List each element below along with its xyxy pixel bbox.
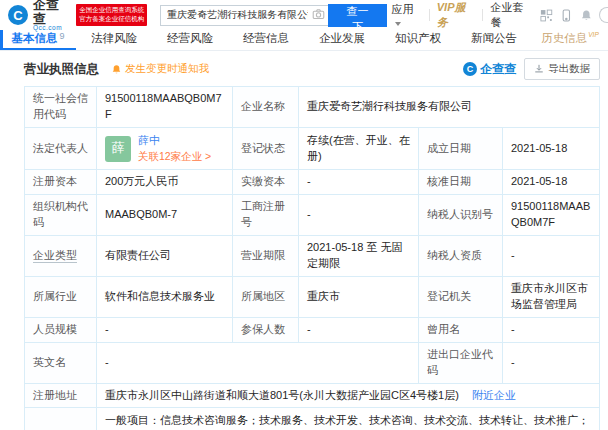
insured-count-value: - (299, 317, 419, 342)
registered-address-cell: 重庆市永川区中山路街道和顺大道801号(永川大数据产业园C区4号楼1层) 附近企… (97, 383, 600, 408)
active-tab-edge-marker (0, 30, 3, 49)
english-name-value: - (97, 342, 419, 383)
taxpayer-id-label: 纳税人识别号 (419, 195, 503, 236)
legal-rep-name-link[interactable]: 薛中 (138, 134, 160, 146)
taxpayer-quality-label: 纳税人资质 (419, 235, 503, 276)
download-icon (534, 64, 544, 74)
industry-label: 所属行业 (25, 276, 97, 317)
import-export-code-label: 进出口企业代码 (419, 342, 503, 383)
tab-label: 新闻公告 (471, 31, 517, 46)
tab-operation-info[interactable]: 经营信息 (228, 30, 304, 50)
business-reg-no-value: - (299, 195, 419, 236)
apps-menu[interactable]: 应用 (392, 2, 422, 29)
registration-authority-label: 登记机关 (419, 276, 503, 317)
tab-news[interactable]: 新闻公告 (456, 30, 532, 50)
staff-size-value: - (97, 317, 233, 342)
tab-operation-risk[interactable]: 经营风险 (152, 30, 228, 50)
related-companies-link[interactable]: 关联12家企业 > (138, 150, 211, 162)
tab-label: 历史信息 (541, 31, 587, 46)
table-row: 英文名 - 进出口企业代码 - (25, 342, 600, 383)
business-reg-no-label: 工商注册号 (233, 195, 299, 236)
qcc-mini-logo-icon: C (463, 62, 477, 76)
registered-capital-value: 200万元人民币 (97, 170, 233, 195)
region-label: 所属地区 (233, 276, 299, 317)
qr-code-icon[interactable] (540, 9, 553, 22)
table-row: 企业类型 有限责任公司 营业期限 2021-05-18 至 无固定期限 纳税人资… (25, 235, 600, 276)
nearby-companies-link[interactable]: 附近企业 (472, 389, 516, 401)
registration-status-label: 登记状态 (233, 127, 299, 169)
section-title: 营业执照信息 (24, 61, 99, 78)
table-row: 注册资本 200万元人民币 实缴资本 - 核准日期 2021-05-18 (25, 170, 600, 195)
taxpayer-id-value: 91500118MAABQB0M7F (503, 195, 600, 236)
table-row: 所属行业 软件和信息技术服务业 所属地区 重庆市 登记机关 重庆市永川区市场监督… (25, 276, 600, 317)
approval-date-value: 2021-05-18 (503, 170, 600, 195)
chevron-down-icon (395, 22, 401, 26)
taxpayer-quality-value: - (503, 235, 600, 276)
tab-basic-info[interactable]: 基本信息 9 (0, 30, 76, 50)
export-data-button[interactable]: 导出数据 (524, 58, 600, 80)
tab-label: 经营风险 (167, 31, 213, 46)
paid-capital-label: 实缴资本 (233, 170, 299, 195)
registration-status-value: 存续(在营、开业、在册) (299, 127, 419, 169)
divider (429, 9, 430, 21)
former-name-label: 曾用名 (419, 317, 503, 342)
tab-company-development[interactable]: 企业发展 (304, 30, 380, 50)
official-badge: 全国企业信用查询系统 官方备案企业征信机构 (76, 4, 147, 26)
table-row: 统一社会信用代码 91500118MAABQB0M7F 企业名称 重庆爱奇艺潮行… (25, 87, 600, 128)
official-badge-line2: 官方备案企业征信机构 (79, 15, 144, 24)
establish-date-label: 成立日期 (419, 127, 503, 169)
business-scope-label: 经营范围 (25, 408, 97, 430)
enterprise-package-link[interactable]: 企业套餐 (490, 0, 533, 30)
registration-authority-value: 重庆市永川区市场监督管理局 (503, 276, 600, 317)
brand-name: 企查查 (33, 0, 71, 25)
registered-address-label: 注册地址 (25, 383, 97, 408)
mobile-icon[interactable] (560, 9, 573, 22)
table-row: 注册地址 重庆市永川区中山路街道和顺大道801号(永川大数据产业园C区4号楼1层… (25, 383, 600, 408)
company-type-label: 企业类型 (25, 235, 97, 276)
search-bar: 查一下 (160, 4, 386, 27)
change-notify-link[interactable]: 发生变更时通知我 (111, 62, 209, 76)
tab-intellectual-property[interactable]: 知识产权 (380, 30, 456, 50)
vip-badge: VIP (588, 31, 598, 38)
tab-legal-risk[interactable]: 法律风险 (76, 30, 152, 50)
tab-history-info[interactable]: 历史信息 VIP (532, 30, 608, 50)
search-button[interactable]: 查一下 (328, 4, 386, 27)
qcc-watermark: C 企查查 (463, 61, 516, 78)
tab-count-badge: 9 (59, 31, 64, 41)
company-name-value: 重庆爱奇艺潮行科技服务有限公司 (299, 87, 600, 128)
notify-label: 发生变更时通知我 (125, 62, 209, 76)
tab-label: 法律风险 (91, 31, 137, 46)
company-name-label: 企业名称 (233, 87, 299, 128)
table-row: 人员规模 - 参保人数 - 曾用名 - (25, 317, 600, 342)
registered-capital-label: 注册资本 (25, 170, 97, 195)
tab-label: 企业发展 (319, 31, 365, 46)
top-header-bar: C 企查查 Qcc.com 全国企业信用查询系统 官方备案企业征信机构 查一下 … (0, 0, 608, 30)
camera-icon[interactable] (312, 8, 325, 21)
table-row: 组织机构代码 MAABQB0M-7 工商注册号 - 纳税人识别号 9150011… (25, 195, 600, 236)
qcc-logo-text[interactable]: 企查查 Qcc.com (33, 0, 71, 32)
paid-capital-value: - (299, 170, 419, 195)
establish-date-value: 2021-05-18 (503, 127, 600, 169)
vip-service-link[interactable]: VIP服务 (437, 0, 476, 30)
credit-code-value: 91500118MAABQB0M7F (97, 87, 233, 128)
divider (482, 9, 483, 21)
import-export-code-value: - (503, 342, 600, 383)
business-scope-value: 一般项目：信息技术咨询服务；技术服务、技术开发、技术咨询、技术交流、技术转让、技… (97, 408, 600, 430)
staff-size-label: 人员规模 (25, 317, 97, 342)
qcc-logo-icon[interactable]: C (8, 5, 28, 25)
tab-label: 知识产权 (395, 31, 441, 46)
legal-rep-label: 法定代表人 (25, 127, 97, 169)
top-right-nav: 应用 VIP服务 企业套餐 (392, 0, 602, 30)
insured-count-label: 参保人数 (233, 317, 299, 342)
english-name-label: 英文名 (25, 342, 97, 383)
bell-icon[interactable] (580, 9, 593, 22)
region-value: 重庆市 (299, 276, 419, 317)
search-input[interactable] (160, 5, 328, 26)
license-section-header: 营业执照信息 发生变更时通知我 C 企查查 导出数据 (0, 51, 608, 84)
org-code-value: MAABQB0M-7 (97, 195, 233, 236)
user-avatar-icon[interactable] (599, 7, 608, 23)
company-tab-bar: 基本信息 9 法律风险 经营风险 经营信息 企业发展 知识产权 新闻公告 历史信… (0, 30, 608, 51)
table-row: 经营范围 一般项目：信息技术咨询服务；技术服务、技术开发、技术咨询、技术交流、技… (25, 408, 600, 430)
tab-label: 经营信息 (243, 31, 289, 46)
approval-date-label: 核准日期 (419, 170, 503, 195)
